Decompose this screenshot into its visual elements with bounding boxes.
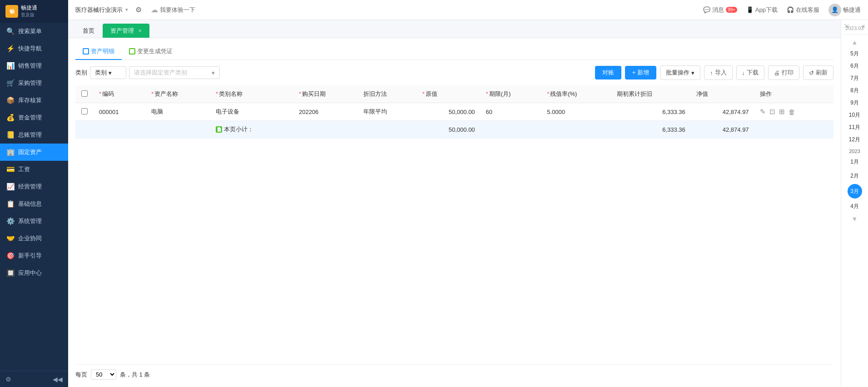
sidebar-item-purchase[interactable]: 🛒 采购管理 <box>0 74 68 92</box>
topbar: 医疗器械行业演示 ▾ ⚙ ☁ 我要体验一下 💬 消息 99+ 📱 App下载 🎧… <box>68 0 868 20</box>
online-service-btn[interactable]: 🎧 在线客服 <box>787 6 819 14</box>
header-name: *资产名称 <box>146 85 210 103</box>
month-item[interactable]: 2月 <box>850 170 859 182</box>
month-item[interactable]: 7月 <box>841 72 868 84</box>
cell-depreciation: 年限平均 <box>358 103 417 121</box>
month-item[interactable]: 10月 <box>841 109 868 121</box>
month-item[interactable]: 12月 <box>841 134 868 146</box>
gear-icon[interactable]: ⚙ <box>135 5 142 14</box>
header-depreciation: 折旧方法 <box>358 85 417 103</box>
print-button[interactable]: 🖨 打印 <box>768 65 799 80</box>
month-item[interactable]: 8月 <box>841 84 868 97</box>
import-button[interactable]: ↑ 导入 <box>704 65 733 80</box>
delete-icon[interactable]: 🗑 <box>789 108 795 116</box>
subtotal-empty-5 <box>358 121 417 139</box>
notification-icon: 💬 <box>703 6 710 13</box>
tab-home[interactable]: 首页 <box>75 24 102 38</box>
sidebar-item-basic-info[interactable]: 📋 基础信息 <box>0 195 68 213</box>
month-item[interactable]: 3月 <box>848 184 862 198</box>
category-label: 类别 <box>75 69 87 77</box>
sidebar-item-guide[interactable]: 🎯 新手引导 <box>0 247 68 264</box>
month-item[interactable]: 5月 <box>841 48 868 60</box>
batch-button[interactable]: 批量操作 ▾ <box>660 65 700 80</box>
settings-icon[interactable]: ⚙ <box>5 376 11 383</box>
subtotal-original-value: 50,000.00 <box>417 121 481 139</box>
add-button[interactable]: + 新增 <box>625 66 656 79</box>
scroll-down-btn[interactable]: ▼ <box>852 213 858 224</box>
sub-tab-change-voucher[interactable]: 变更生成凭证 <box>122 44 180 60</box>
download-button[interactable]: ↓ 下载 <box>736 65 765 80</box>
sidebar-item-funds[interactable]: 💰 资金管理 <box>0 109 68 126</box>
action-cell: ✎ ⊡ ⊞ 🗑 <box>760 108 828 116</box>
edit-icon[interactable]: ✎ <box>760 108 766 116</box>
month-item[interactable]: 4月 <box>850 200 859 213</box>
sidebar-item-ledger[interactable]: 📒 总账管理 <box>0 126 68 144</box>
subtotal-row: 📄 本页小计： 50,000.00 6,333.36 <box>75 121 833 139</box>
month-item[interactable]: 11月 <box>841 121 868 134</box>
archive-icon[interactable]: ⊞ <box>779 108 785 116</box>
company-name: 医疗器械行业演示 <box>75 6 123 14</box>
header-category: *类别名称 <box>210 85 293 103</box>
avatar: 👤 <box>828 4 841 16</box>
sidebar-item-system[interactable]: ⚙️ 系统管理 <box>0 213 68 230</box>
subtotal-empty-1 <box>94 121 146 139</box>
sub-tab-asset-detail[interactable]: 资产明细 <box>75 44 122 60</box>
sidebar-item-search[interactable]: 🔍 搜索菜单 <box>0 23 68 40</box>
current-year-months: 1月2月3月4月 <box>841 155 868 213</box>
subtotal-empty-checkbox <box>75 121 94 139</box>
subtotal-empty-6 <box>481 121 542 139</box>
import-icon: ↑ <box>710 69 713 76</box>
cell-net-value: 42,874.97 <box>691 103 754 121</box>
month-item[interactable]: 1月 <box>850 156 859 168</box>
toolbar-right: 对账 + 新增 批量操作 ▾ ↑ 导入 ↓ 下载 <box>595 65 833 80</box>
experience-btn[interactable]: ☁ 我要体验一下 <box>151 5 195 14</box>
header-checkbox-cell <box>75 85 94 103</box>
panel-expand-btn[interactable]: ⇲ <box>844 23 848 29</box>
collapse-icon[interactable]: ◀◀ <box>53 376 63 383</box>
refresh-button[interactable]: ↺ 刷新 <box>803 65 833 80</box>
sidebar-item-app-center[interactable]: 🔲 应用中心 <box>0 264 68 282</box>
notification-btn[interactable]: 💬 消息 99+ <box>703 6 737 14</box>
category-value-select[interactable]: 请选择固定资产类别 ▾ <box>129 66 220 79</box>
app-download-btn[interactable]: 📱 App下载 <box>746 6 778 14</box>
sidebar-item-fixed-assets[interactable]: 🏢 固定资产 <box>0 144 68 161</box>
sidebar-item-sales[interactable]: 📊 销售管理 <box>0 57 68 74</box>
copy-icon[interactable]: ⊡ <box>769 108 775 116</box>
scroll-up-btn[interactable]: ▲ <box>852 37 858 48</box>
sidebar-item-inventory[interactable]: 📦 库存核算 <box>0 92 68 109</box>
company-selector[interactable]: 医疗器械行业演示 ▾ <box>75 6 128 14</box>
sidebar-item-operations[interactable]: 📈 经营管理 <box>0 178 68 195</box>
tab-close-btn[interactable]: × <box>139 28 142 34</box>
refresh-icon: ↺ <box>809 69 814 76</box>
right-panel: × ⇲ 2023.03 ▲ 5月6月7月8月9月10月11月12月 2023 1… <box>841 20 868 387</box>
user-info-btn[interactable]: 👤 畅捷通 <box>828 4 861 16</box>
duizhang-button[interactable]: 对账 <box>595 66 621 79</box>
header-residual-rate: *残值率(%) <box>541 85 611 103</box>
sidebar-item-wages[interactable]: 💳 工资 <box>0 161 68 178</box>
header-checkbox[interactable] <box>81 90 88 97</box>
category-type-select[interactable]: 类别 ▾ <box>90 66 126 79</box>
sidebar-item-enterprise[interactable]: 🤝 企业协同 <box>0 230 68 247</box>
batch-arrow-icon: ▾ <box>691 69 694 76</box>
select-arrow: ▾ <box>109 69 112 76</box>
cell-purchase-date: 202206 <box>293 103 358 121</box>
month-item[interactable]: 9月 <box>841 97 868 109</box>
cell-residual-rate: 5.0000 <box>541 103 611 121</box>
panel-close-btn[interactable]: × <box>862 23 865 30</box>
sales-icon: 📊 <box>6 62 15 70</box>
month-item[interactable]: 6月 <box>841 60 868 72</box>
subtotal-empty-2 <box>146 121 210 139</box>
row-checkbox[interactable] <box>81 108 88 114</box>
subtotal-accumulated: 6,333.36 <box>611 121 690 139</box>
sidebar-header: 畅 畅捷通 普及版 <box>0 0 68 23</box>
page-size-select[interactable]: 50 100 200 <box>91 369 116 380</box>
header-purchase-date: *购买日期 <box>293 85 358 103</box>
tab-asset-management[interactable]: 资产管理 × <box>103 24 149 38</box>
basic-info-icon: 📋 <box>6 200 15 208</box>
notification-badge: 99+ <box>726 7 737 13</box>
main-area: 医疗器械行业演示 ▾ ⚙ ☁ 我要体验一下 💬 消息 99+ 📱 App下载 🎧… <box>68 0 868 387</box>
asset-detail-icon <box>83 48 89 55</box>
sub-tabs: 资产明细 变更生成凭证 <box>75 44 833 60</box>
header-net-value: 净值 <box>691 85 754 103</box>
sidebar-item-quick-nav[interactable]: ⚡ 快捷导航 <box>0 40 68 57</box>
